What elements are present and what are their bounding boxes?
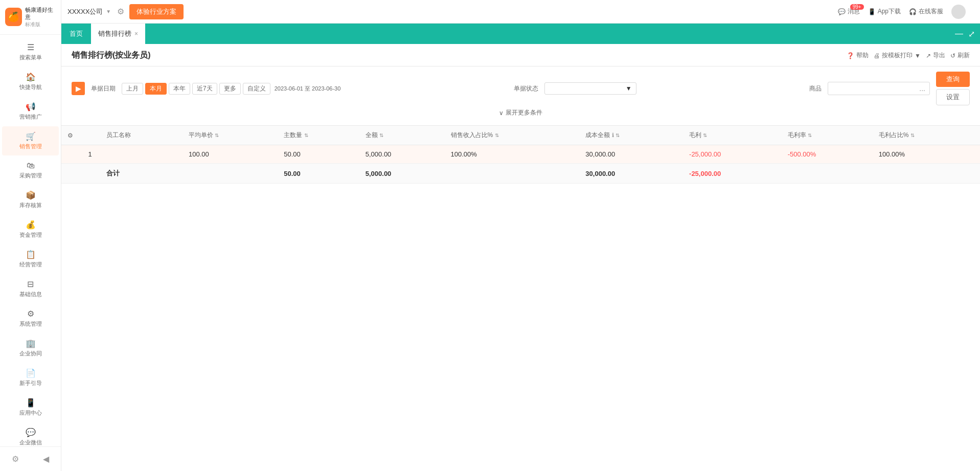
sort-icon: ⇅ (304, 132, 308, 138)
refresh-btn[interactable]: ↺ 刷新 (950, 51, 970, 60)
cell-gross: -25,000.00 (683, 145, 782, 164)
header-row: ⚙ 员工名称 平均单价 ⇅ 主数量 ⇅ (61, 126, 980, 145)
sidebar-item-finance[interactable]: 💰 资金管理 (2, 215, 59, 244)
filter-settings-btn[interactable]: 设置 (936, 89, 970, 105)
sort-icon: ⇅ (495, 132, 499, 138)
company-name: XXXXX公司 (67, 7, 103, 16)
filter-area: ▶ 单据日期 上月 本月 本年 近7天 更多 自定义 2023-06-01 至 … (61, 66, 980, 126)
message-btn[interactable]: 💬 消息 99+ (838, 7, 860, 16)
filter-expand-row: ∨ 展开更多条件 (72, 105, 970, 120)
topbar-settings-btn[interactable]: ⚙ (117, 7, 124, 16)
page-title-row: 销售排行榜(按业务员) ❓ 帮助 🖨 按模板打印 ▼ ↗ 导出 (72, 50, 970, 61)
trial-btn[interactable]: 体验行业方案 (129, 4, 184, 19)
goods-input[interactable]: ... (828, 82, 930, 95)
sort-icon: ⇅ (808, 132, 812, 138)
print-label: 按模板打印 (882, 51, 913, 60)
sidebar-item-quick-nav[interactable]: 🏠 快捷导航 (2, 67, 59, 96)
online-service-btn[interactable]: 🎧 在线客服 (909, 7, 943, 16)
sidebar-item-sales[interactable]: 🛒 销售管理 (2, 126, 59, 155)
sidebar-item-label: 采购管理 (19, 172, 42, 180)
th-main-qty[interactable]: 主数量 ⇅ (278, 126, 359, 145)
date-btn-this-month[interactable]: 本月 (145, 83, 167, 95)
th-gross-rate[interactable]: 毛利率 ⇅ (782, 126, 873, 145)
finance-icon: 💰 (26, 220, 36, 230)
tab-right-actions: — ⤢ (955, 29, 980, 39)
marketing-icon: 📢 (26, 102, 36, 111)
company-selector[interactable]: XXXXX公司 ▼ (67, 7, 111, 16)
table-wrapper: ⚙ 员工名称 平均单价 ⇅ 主数量 ⇅ (61, 126, 980, 471)
sidebar-item-operation[interactable]: 📋 经营管理 (2, 244, 59, 274)
info-icon[interactable]: ℹ (612, 132, 614, 138)
avatar[interactable] (951, 5, 966, 19)
app-download-btn[interactable]: 📱 App下载 (868, 7, 901, 16)
sidebar-item-marketing[interactable]: 📢 营销推广 (2, 97, 59, 126)
status-label: 单据状态 (514, 84, 538, 93)
sidebar-item-inventory[interactable]: 📦 库存核算 (2, 185, 59, 214)
footer-row: 合计 50.00 5,000.00 30,000.00 -25,000.00 (61, 164, 980, 184)
sidebar-item-guide[interactable]: 📄 新手引导 (2, 363, 59, 392)
sidebar-item-wechat[interactable]: 💬 企业微信 (2, 422, 59, 446)
th-sales-pct[interactable]: 销售收入占比% ⇅ (445, 126, 580, 145)
filter-expand-arrow[interactable]: ▶ (72, 82, 85, 95)
home-icon: 🏠 (26, 72, 36, 82)
sidebar-item-label: 系统管理 (19, 320, 42, 328)
search-menu-icon: ☰ (27, 42, 34, 52)
sidebar-nav: ☰ 搜索菜单 🏠 快捷导航 📢 营销推广 🛒 销售管理 🛍 采购管理 📦 库存核… (0, 35, 61, 446)
sort-icon: ⇅ (703, 132, 707, 138)
th-employee-name: 员工名称 (100, 126, 183, 145)
app-icon: 📱 (868, 8, 876, 15)
th-gross[interactable]: 毛利 ⇅ (683, 126, 782, 145)
date-btn-custom[interactable]: 自定义 (243, 83, 270, 95)
th-avg-price[interactable]: 平均单价 ⇅ (183, 126, 278, 145)
date-btn-more[interactable]: 更多 (219, 83, 241, 95)
help-btn[interactable]: ❓ 帮助 (847, 51, 869, 60)
th-rank (80, 126, 100, 145)
tab-home-label: 首页 (70, 29, 83, 38)
tab-minimize-btn[interactable]: — (955, 29, 963, 38)
logo-title: 畅康通好生意 (25, 6, 56, 21)
refresh-label: 刷新 (958, 51, 970, 60)
sidebar-item-system[interactable]: ⚙ 系统管理 (2, 304, 59, 333)
cell-total: 5,000.00 (359, 145, 445, 164)
sidebar-item-app-center[interactable]: 📱 应用中心 (2, 393, 59, 422)
chevron-down-icon: ∨ (499, 109, 504, 117)
logo-subtitle: 标准版 (25, 21, 56, 28)
cell-cost: 30,000.00 (579, 145, 683, 164)
operation-icon: 📋 (26, 250, 36, 259)
tab-maximize-btn[interactable]: ⤢ (968, 29, 975, 39)
sidebar: 🍊 畅康通好生意 标准版 ☰ 搜索菜单 🏠 快捷导航 📢 营销推广 🛒 销售管理… (0, 0, 61, 471)
footer-sales-pct (445, 164, 580, 184)
sidebar-bottom: ⚙ ◀ (0, 446, 61, 471)
th-settings: ⚙ (61, 126, 80, 145)
tab-home[interactable]: 首页 (61, 24, 91, 44)
date-btn-this-year[interactable]: 本年 (169, 83, 190, 95)
dots-icon: ... (919, 84, 925, 93)
print-btn[interactable]: 🖨 按模板打印 ▼ (874, 51, 921, 60)
th-cost[interactable]: 成本全额 ℹ ⇅ (579, 126, 683, 145)
sidebar-item-basic[interactable]: ⊟ 基础信息 (2, 274, 59, 303)
sidebar-item-label: 基础信息 (19, 290, 42, 298)
export-btn[interactable]: ↗ 导出 (926, 51, 945, 60)
date-btn-last-month[interactable]: 上月 (122, 83, 143, 95)
cell-avg-price: 100.00 (183, 145, 278, 164)
th-gross-pct[interactable]: 毛利占比% ⇅ (873, 126, 980, 145)
wechat-icon: 💬 (26, 428, 36, 437)
collapse-btn[interactable]: ◀ (40, 451, 52, 467)
th-total[interactable]: 全额 ⇅ (359, 126, 445, 145)
cell-rank: 1 (80, 145, 100, 164)
date-btn-7days[interactable]: 近7天 (192, 83, 217, 95)
footer-gross-rate (782, 164, 873, 184)
topbar-right: 💬 消息 99+ 📱 App下载 🎧 在线客服 (838, 5, 974, 19)
sidebar-item-enterprise[interactable]: 🏢 企业协同 (2, 333, 59, 363)
arrow-right-icon: ▶ (76, 84, 81, 93)
purchase-icon: 🛍 (27, 161, 35, 170)
table-header: ⚙ 员工名称 平均单价 ⇅ 主数量 ⇅ (61, 126, 980, 145)
expand-more-btn[interactable]: ∨ 展开更多条件 (499, 108, 542, 117)
tab-sales-ranking[interactable]: 销售排行榜 × (91, 24, 145, 44)
status-select[interactable]: ▼ (544, 82, 636, 95)
settings-bottom-btn[interactable]: ⚙ (9, 451, 22, 467)
query-btn[interactable]: 查询 (936, 72, 970, 87)
tab-close-btn[interactable]: × (134, 30, 138, 37)
sidebar-item-search[interactable]: ☰ 搜索菜单 (2, 37, 59, 66)
sidebar-item-purchase[interactable]: 🛍 采购管理 (2, 156, 59, 185)
